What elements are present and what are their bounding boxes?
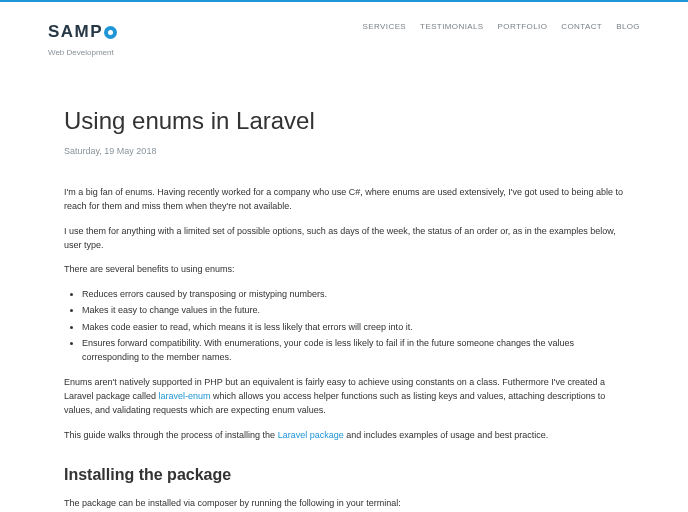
nav-services[interactable]: SERVICES xyxy=(363,21,407,34)
article-container: Using enums in Laravel Saturday, 19 May … xyxy=(64,70,624,512)
list-item: Makes code easier to read, which means i… xyxy=(82,320,624,334)
laravel-enum-link[interactable]: laravel-enum xyxy=(159,391,211,401)
paragraph: I'm a big fan of enums. Having recently … xyxy=(64,185,624,214)
nav-portfolio[interactable]: PORTFOLIO xyxy=(498,21,548,34)
nav-blog[interactable]: BLOG xyxy=(616,21,640,34)
list-item: Makes it easy to change values in the fu… xyxy=(82,303,624,317)
paragraph: There are several benefits to using enum… xyxy=(64,262,624,276)
paragraph: This guide walks through the process of … xyxy=(64,428,624,442)
header: SAMP Web Development SERVICES TESTIMONIA… xyxy=(0,2,688,70)
article-date: Saturday, 19 May 2018 xyxy=(64,144,624,158)
laravel-package-link[interactable]: Laravel package xyxy=(278,430,344,440)
nav-contact[interactable]: CONTACT xyxy=(561,21,602,34)
paragraph: The package can be installed via compose… xyxy=(64,496,624,510)
paragraph: Enums aren't natively supported in PHP b… xyxy=(64,375,624,418)
list-item: Reduces errors caused by transposing or … xyxy=(82,287,624,301)
main-nav: SERVICES TESTIMONIALS PORTFOLIO CONTACT … xyxy=(363,21,640,34)
brand-subtitle: Web Development xyxy=(48,47,117,60)
list-item: Ensures forward compatibility. With enum… xyxy=(82,336,624,365)
paragraph: I use them for anything with a limited s… xyxy=(64,224,624,253)
section-heading: Installing the package xyxy=(64,462,624,488)
brand-name: SAMP xyxy=(48,18,117,45)
brand-logo-o xyxy=(104,26,117,39)
brand[interactable]: SAMP Web Development xyxy=(48,18,117,60)
benefits-list: Reduces errors caused by transposing or … xyxy=(82,287,624,365)
nav-testimonials[interactable]: TESTIMONIALS xyxy=(420,21,483,34)
page-title: Using enums in Laravel xyxy=(64,102,624,140)
